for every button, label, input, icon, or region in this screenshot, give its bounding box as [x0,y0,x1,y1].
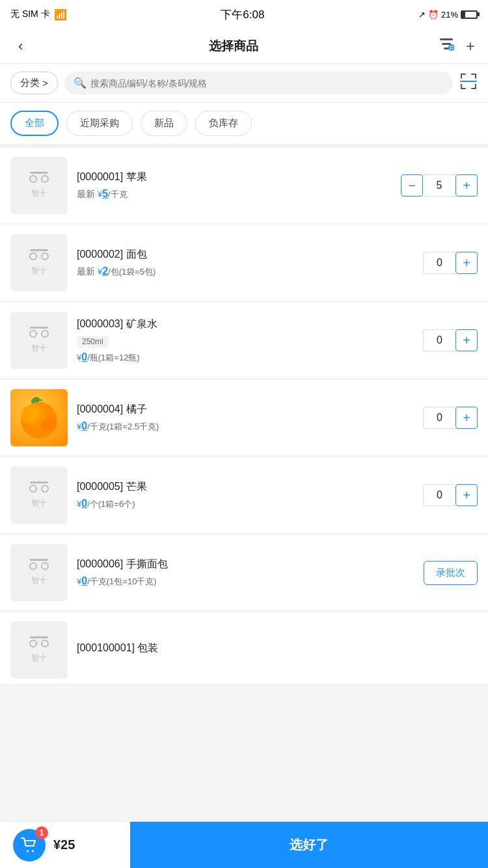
price-value-1: 5 [102,188,108,199]
tab-recent[interactable]: 近期采购 [66,111,133,136]
product-info-7: [000100001] 包装 [77,642,478,659]
product-name-4: [0000004] 橘子 [77,403,414,416]
product-name-7: [000100001] 包装 [77,642,478,655]
product-item-5: 智十 [0000005] 芒果 ¥0/个(1箱=6个) + [0,457,488,534]
product-image-7: 智十 [10,621,68,679]
product-spec-3: 250ml [77,336,109,347]
status-left: 无 SIM 卡 📶 [10,8,67,21]
svg-rect-11 [461,84,462,89]
svg-rect-7 [461,74,462,79]
product-info-5: [0000005] 芒果 ¥0/个(1箱=6个) [77,480,414,510]
product-list: 智十 [0000001] 苹果 最新 ¥5/千克 − + [0,148,488,738]
svg-point-17 [20,405,38,424]
scan-icon[interactable] [459,72,478,94]
product-price-2: 最新 ¥2/包(1袋=5包) [77,265,414,278]
price-unit-2: /包(1袋=5包) [108,267,156,277]
category-arrow: > [42,77,48,88]
product-item-2: 智十 [0000002] 面包 最新 ¥2/包(1袋=5包) + [0,225,488,301]
cart-total: ¥25 [53,837,75,852]
category-label: 分类 [20,77,40,89]
price-unit-1: /千克 [108,189,128,199]
svg-rect-14 [460,81,477,82]
minus-button-1[interactable]: − [401,174,423,197]
price-label-1: 最新 [77,189,98,199]
svg-point-18 [41,418,57,431]
price-unit-6: /千克(1包=10千克) [87,576,157,586]
product-price-6: ¥0/千克(1包=10千克) [77,575,414,588]
product-price-5: ¥0/个(1箱=6个) [77,498,414,510]
product-item-6: 智十 [0000006] 手撕面包 ¥0/千克(1包=10千克) 录批次 [0,535,488,611]
filter-tabs: 全部 近期采购 新品 负库存 [0,103,488,148]
product-image-2: 智十 [10,234,68,292]
search-input-wrap[interactable]: 🔍 [64,72,453,94]
wifi-icon: 📶 [54,8,67,21]
add-icon[interactable]: + [466,37,475,55]
plus-button-3[interactable]: + [455,329,478,351]
qty-control-2: + [423,252,478,274]
bottom-bar: 1 ¥25 选好了 [0,821,488,868]
product-info-2: [0000002] 面包 最新 ¥2/包(1袋=5包) [77,248,414,278]
owl-logo-7: 智十 [29,636,49,664]
owl-logo-2: 智十 [29,249,49,277]
tab-all[interactable]: 全部 [10,111,59,136]
nav-actions: + [439,37,475,55]
plus-button-4[interactable]: + [455,407,478,429]
category-button[interactable]: 分类 > [10,72,58,94]
tab-new[interactable]: 新品 [141,111,187,136]
search-icon: 🔍 [74,77,87,89]
tab-negative[interactable]: 负库存 [195,111,252,136]
owl-logo-6: 智十 [29,559,49,586]
qty-control-3: + [423,329,478,351]
alarm-icon: ⏰ [428,10,439,20]
plus-button-5[interactable]: + [455,484,478,506]
svg-rect-9 [475,74,476,79]
product-price-1: 最新 ¥5/千克 [77,188,392,200]
svg-rect-0 [440,38,453,40]
svg-rect-13 [475,84,476,89]
cart-icon[interactable]: 1 [13,829,46,861]
search-input[interactable] [90,78,444,88]
owl-logo-5: 智十 [29,481,49,509]
search-bar: 分类 > 🔍 [0,64,488,103]
confirm-button[interactable]: 选好了 [130,822,488,869]
cart-section: 1 ¥25 [0,829,130,861]
status-right: ↗ ⏰ 21% [418,10,478,20]
filter-icon[interactable] [439,37,454,55]
product-item-4: [0000004] 橘子 ¥0/千克(1箱=2.5千克) + [0,380,488,456]
qty-control-6: 录批次 [424,561,478,585]
product-name-3: [0000003] 矿泉水 [77,318,414,331]
product-info-4: [0000004] 橘子 ¥0/千克(1箱=2.5千克) [77,403,414,433]
plus-button-2[interactable]: + [455,252,478,274]
qty-control-1: − + [401,174,478,197]
product-image-1: 智十 [10,157,68,214]
batch-button-6[interactable]: 录批次 [424,561,478,585]
price-unit-4: /千克(1箱=2.5千克) [87,422,159,431]
qty-input-5[interactable] [423,484,455,506]
status-bar: 无 SIM 卡 📶 下午6:08 ↗ ⏰ 21% [0,0,488,29]
product-image-5: 智十 [10,467,68,524]
qty-input-4[interactable] [423,407,455,429]
product-name-5: [0000005] 芒果 [77,480,414,494]
price-value-2: 2 [102,265,108,277]
qty-control-4: + [423,407,478,429]
price-value-6: 0 [81,575,87,586]
qty-input-3[interactable] [423,329,455,351]
qty-input-1[interactable] [423,174,455,197]
nav-bar: ‹ 选择商品 + [0,29,488,64]
battery-percent: 21% [441,10,458,20]
battery-icon [461,10,478,19]
plus-button-1[interactable]: + [455,174,478,197]
owl-logo: 智十 [29,172,49,199]
product-image-3: 智十 [10,312,68,369]
location-icon: ↗ [418,10,426,20]
product-name-1: [0000001] 苹果 [77,170,392,184]
back-button[interactable]: ‹ [13,33,28,60]
product-item-3: 智十 [0000003] 矿泉水 250ml ¥0/瓶(1箱=12瓶) + [0,303,488,379]
price-unit-5: /个(1箱=6个) [87,499,135,509]
cart-badge: 1 [35,826,48,839]
product-item-7: 智十 [000100001] 包装 [0,612,488,685]
qty-input-2[interactable] [423,252,455,274]
product-info-3: [0000003] 矿泉水 250ml ¥0/瓶(1箱=12瓶) [77,318,414,364]
carrier-text: 无 SIM 卡 [10,8,50,20]
product-image-4 [10,389,68,446]
